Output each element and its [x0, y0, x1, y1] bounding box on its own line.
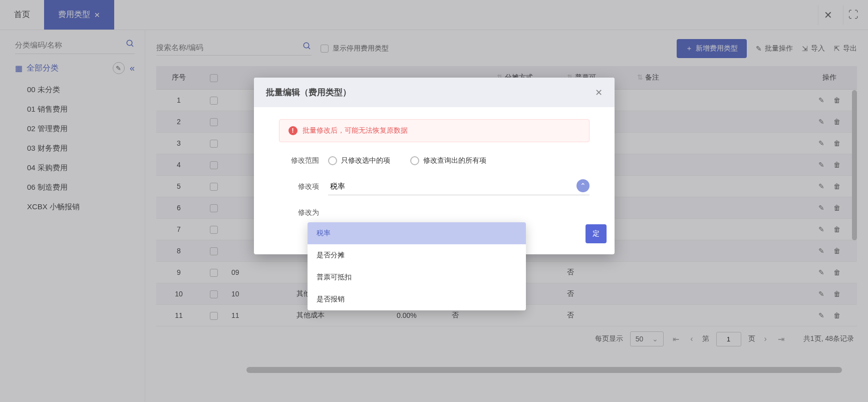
scope-selected-radio[interactable]: 只修改选中的项 [328, 156, 390, 165]
modal-close-icon[interactable]: ✕ [595, 87, 603, 98]
field-select[interactable]: ⌃ 定 [328, 178, 590, 195]
scope-label: 修改范围 [279, 156, 319, 165]
confirm-button[interactable]: 定 [586, 224, 607, 243]
field-label: 修改项 [279, 182, 319, 191]
field-dropdown: 税率 是否分摊 普票可抵扣 是否报销 [308, 222, 526, 310]
warning-alert: ! 批量修改后，可能无法恢复原数据 [279, 119, 590, 142]
scope-all-radio[interactable]: 修改查询出的所有项 [410, 156, 486, 165]
dropdown-option[interactable]: 是否报销 [308, 288, 526, 310]
modal-title: 批量编辑（费用类型） [266, 87, 351, 98]
dropdown-option[interactable]: 是否分摊 [308, 244, 526, 266]
alert-text: 批量修改后，可能无法恢复原数据 [303, 126, 408, 135]
chevron-up-icon[interactable]: ⌃ [576, 179, 590, 192]
value-label: 修改为 [279, 208, 319, 217]
modal-overlay: 批量编辑（费用类型） ✕ ! 批量修改后，可能无法恢复原数据 修改范围 只修改选… [0, 0, 868, 402]
radio-icon [410, 156, 419, 165]
radio-icon [328, 156, 337, 165]
warning-icon: ! [288, 126, 298, 135]
dropdown-option[interactable]: 税率 [308, 222, 526, 244]
field-select-input[interactable] [328, 178, 590, 195]
dropdown-option[interactable]: 普票可抵扣 [308, 266, 526, 288]
